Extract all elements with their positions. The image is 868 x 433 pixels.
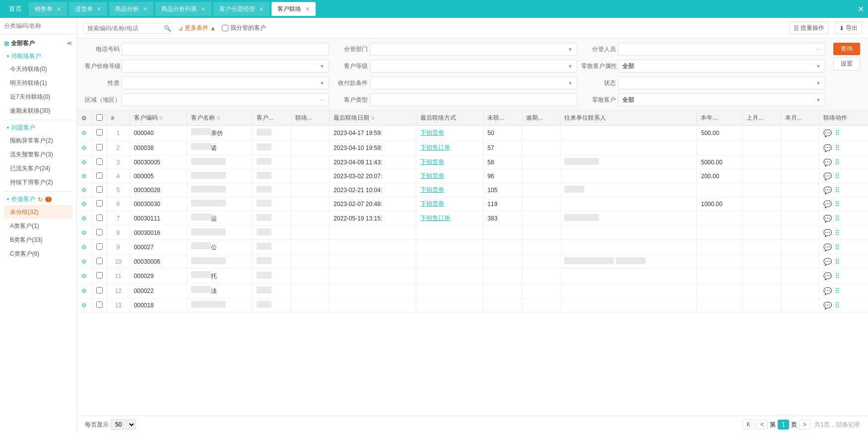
payment-select[interactable]: ▼ [370, 76, 577, 89]
last-method-link[interactable]: 下销货单 [420, 158, 444, 165]
scatter-customer-select[interactable]: 全部▼ [618, 93, 825, 106]
th-code[interactable]: 客户编码 [130, 111, 187, 126]
customer-level-select[interactable]: ▼ [370, 60, 577, 72]
row-last-method[interactable] [416, 226, 483, 240]
nav-tab-customer-contact[interactable]: 客户联络 ✕ [271, 2, 316, 16]
close-analysis-list-tab[interactable]: ✕ [201, 6, 205, 12]
last-method-link[interactable]: 下销售订单 [420, 215, 450, 221]
more-action-icon[interactable]: ⠿ [835, 200, 840, 208]
pending-contact-title[interactable]: ▼ 待联络客户 [4, 51, 72, 62]
sidebar-item-class-a[interactable]: A类客户(1) [4, 219, 72, 233]
export-btn[interactable]: ⬇ 导出 [835, 22, 862, 34]
contact-action-icon[interactable]: 💬 [823, 301, 832, 309]
nav-home[interactable]: 首页 [4, 4, 27, 13]
row-last-method[interactable]: 下销售订单 [416, 211, 483, 226]
refresh-icon[interactable]: ↻ [38, 196, 43, 203]
row-gear-icon[interactable]: ⚙ [81, 187, 87, 194]
close-purchase-tab[interactable]: ✕ [97, 6, 101, 12]
contact-action-icon[interactable]: 💬 [823, 186, 832, 194]
region-input[interactable]: ··· [122, 93, 329, 106]
reset-button[interactable]: 设置 [833, 57, 860, 71]
row-checkbox[interactable] [96, 243, 103, 250]
row-last-method[interactable] [416, 298, 483, 312]
more-action-icon[interactable]: ⠿ [835, 186, 840, 194]
row-last-method[interactable] [416, 284, 483, 298]
row-gear-icon[interactable]: ⚙ [81, 215, 87, 222]
contact-action-icon[interactable]: 💬 [823, 144, 832, 152]
row-gear-icon[interactable]: ⚙ [81, 159, 87, 166]
sidebar-item-7days[interactable]: 近7天待联络(0) [4, 90, 72, 104]
row-gear-icon[interactable]: ⚙ [81, 201, 87, 208]
row-gear-icon[interactable]: ⚙ [81, 229, 87, 236]
more-action-icon[interactable]: ⠿ [835, 215, 840, 222]
contact-action-icon[interactable]: 💬 [823, 129, 832, 137]
sidebar-item-declining[interactable]: 持续下滑客户(2) [4, 175, 72, 189]
first-page-btn[interactable]: K [742, 420, 754, 430]
close-sales-tab[interactable]: ✕ [57, 6, 61, 12]
row-checkbox[interactable] [96, 258, 103, 264]
row-checkbox[interactable] [96, 144, 103, 150]
row-gear-icon[interactable]: ⚙ [81, 244, 87, 251]
more-action-icon[interactable]: ⠿ [835, 258, 840, 266]
per-page-select[interactable]: 20 50 100 [111, 419, 136, 430]
more-action-icon[interactable]: ⠿ [835, 144, 840, 152]
sidebar-collapse-btn[interactable]: ≪ [67, 40, 72, 47]
sidebar-item-abnormal[interactable]: 囤购异常客户(2) [4, 134, 72, 147]
row-last-method[interactable]: 下销货单 [416, 155, 483, 169]
row-gear-icon[interactable]: ⚙ [81, 130, 87, 137]
nav-tab-analysis-list[interactable]: 商品分析列表 ✕ [155, 2, 211, 16]
status-select[interactable]: ▼ [618, 76, 825, 89]
sidebar-item-class-b[interactable]: B类客户(33) [4, 233, 72, 247]
contact-action-icon[interactable]: 💬 [823, 229, 832, 237]
row-checkbox[interactable] [96, 186, 103, 193]
sidebar-search-input[interactable] [4, 22, 77, 29]
manager-input[interactable]: ··· [618, 43, 825, 56]
price-level-select[interactable]: ▼ [122, 60, 329, 72]
row-checkbox[interactable] [96, 287, 103, 293]
close-customer-tier-tab[interactable]: ✕ [259, 6, 264, 12]
contact-action-icon[interactable]: 💬 [823, 172, 832, 180]
last-method-link[interactable]: 下销货单 [420, 186, 444, 193]
more-action-icon[interactable]: ⠿ [835, 287, 840, 295]
row-checkbox[interactable] [96, 158, 103, 165]
close-all-button[interactable]: ✕ [858, 4, 864, 14]
contact-action-icon[interactable]: 💬 [823, 287, 832, 295]
row-gear-icon[interactable]: ⚙ [81, 173, 87, 180]
my-customers-checkbox[interactable] [222, 25, 228, 31]
nav-tab-sales[interactable]: 销售单 ✕ [29, 2, 67, 16]
filter-search-icon[interactable]: 🔍 [164, 25, 171, 32]
current-page-btn[interactable]: 1 [778, 420, 789, 430]
row-checkbox[interactable] [96, 301, 103, 308]
sidebar-item-churned[interactable]: 已流失客户(24) [4, 161, 72, 175]
last-method-link[interactable]: 下销货单 [420, 172, 444, 179]
row-gear-icon[interactable]: ⚙ [81, 258, 87, 265]
last-method-link[interactable]: 下销货单 [420, 200, 444, 207]
row-last-method[interactable]: 下销售订单 [416, 141, 483, 155]
sidebar-item-class-c[interactable]: C类客户(6) [4, 247, 72, 261]
row-checkbox[interactable] [96, 129, 103, 136]
more-action-icon[interactable]: ⠿ [835, 301, 840, 309]
sidebar-item-today[interactable]: 今天待联络(0) [4, 62, 72, 76]
phone-input[interactable] [122, 43, 329, 56]
more-action-icon[interactable]: ⠿ [835, 158, 840, 166]
row-gear-icon[interactable]: ⚙ [81, 302, 87, 309]
th-last-date[interactable]: 最后联络日期 [330, 111, 416, 126]
scatter-attr-select[interactable]: 全部▼ [618, 60, 825, 72]
th-check[interactable] [92, 111, 107, 126]
row-checkbox[interactable] [96, 229, 103, 235]
dept-select[interactable]: ▼ [370, 43, 577, 56]
more-action-icon[interactable]: ⠿ [835, 129, 840, 137]
row-last-method[interactable]: 下销货单 [416, 126, 483, 141]
close-customer-contact-tab[interactable]: ✕ [305, 6, 310, 12]
row-checkbox[interactable] [96, 200, 103, 207]
th-name[interactable]: 客户名称 [187, 111, 252, 126]
row-gear-icon[interactable]: ⚙ [81, 288, 87, 294]
nav-tab-customer-tier[interactable]: 客户分层经营 ✕ [213, 2, 269, 16]
th-gear[interactable]: ⚙ [77, 111, 92, 126]
filter-search-input[interactable] [87, 25, 162, 32]
sidebar-item-tomorrow[interactable]: 明天待联络(1) [4, 76, 72, 90]
contact-action-icon[interactable]: 💬 [823, 215, 832, 222]
sidebar-item-ungrouped[interactable]: 未分组(32) [4, 205, 72, 219]
row-last-method[interactable]: 下销货单 [416, 197, 483, 211]
more-action-icon[interactable]: ⠿ [835, 243, 840, 251]
